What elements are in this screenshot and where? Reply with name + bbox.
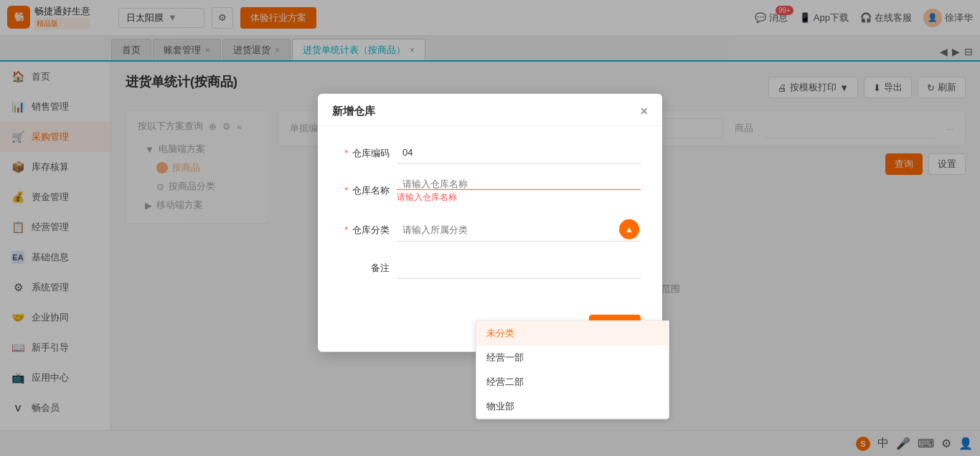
name-input[interactable] (397, 179, 641, 190)
new-warehouse-modal: 新增仓库 × * 仓库编码 * 仓库名称 请输入仓库名称 * (318, 94, 662, 352)
code-input[interactable] (397, 141, 641, 164)
form-row-code: * 仓库编码 (339, 141, 641, 164)
chevron-up-icon: ▲ (625, 224, 633, 234)
modal-close-button[interactable]: × (640, 104, 648, 119)
category-label: * 仓库分类 (339, 218, 397, 237)
name-error-message: 请输入仓库名称 (397, 191, 641, 204)
dropdown-item-dept2[interactable]: 经营二部 (476, 370, 669, 394)
form-row-name: * 仓库名称 请输入仓库名称 (339, 179, 641, 204)
form-row-note: 备注 (339, 256, 641, 279)
category-dropdown: 未分类 经营一部 经营二部 物业部 (476, 320, 669, 419)
category-input-row: ▲ (397, 218, 641, 242)
dropdown-item-dept3[interactable]: 物业部 (476, 394, 669, 419)
modal-header: 新增仓库 × (318, 94, 662, 127)
modal-title: 新增仓库 (332, 105, 375, 118)
required-marker-2: * (344, 185, 348, 196)
required-marker: * (344, 148, 348, 158)
form-row-category: * 仓库分类 ▲ (339, 218, 641, 242)
dropdown-item-uncategorized[interactable]: 未分类 (476, 321, 669, 346)
name-label: * 仓库名称 (339, 179, 397, 197)
category-toggle-button[interactable]: ▲ (619, 219, 639, 239)
category-input[interactable] (397, 218, 619, 241)
name-input-wrap: 请输入仓库名称 (397, 179, 641, 204)
note-label: 备注 (339, 256, 397, 275)
required-marker-3: * (344, 224, 348, 235)
modal-body: * 仓库编码 * 仓库名称 请输入仓库名称 * 仓库分类 (318, 127, 662, 308)
code-label: * 仓库编码 (339, 141, 397, 160)
dropdown-item-dept1[interactable]: 经营一部 (476, 346, 669, 370)
note-input[interactable] (397, 256, 641, 279)
